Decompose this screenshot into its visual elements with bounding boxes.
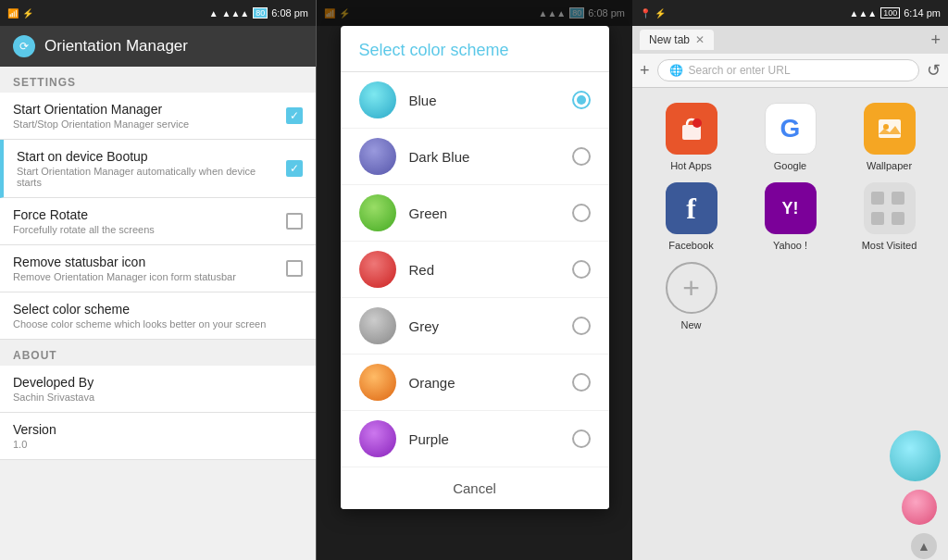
radio-grey[interactable] [572, 317, 591, 335]
signal-bars: ▲▲▲ [222, 8, 250, 19]
url-placeholder: Search or enter URL [689, 64, 791, 77]
status-bar-right-info: ▲ ▲▲▲ 80 6:08 pm [209, 7, 308, 19]
url-bar[interactable]: 🌐 Search or enter URL [657, 59, 919, 81]
battery-3: 100 [880, 7, 900, 19]
browser-new-tab-content: Hot Apps G Google Wallpaper f [632, 88, 948, 532]
globe-icon: 🌐 [669, 64, 683, 77]
browser-bottom-bar: ▲ [632, 532, 948, 560]
color-label-orange: Orange [409, 375, 559, 391]
color-item-grey[interactable]: Grey [341, 298, 609, 355]
browser-toolbar: + 🌐 Search or enter URL ↺ [632, 54, 948, 88]
dialog-overlay: Select color scheme Blue Dark Blue [317, 0, 632, 560]
shortcut-wallpaper[interactable]: Wallpaper [845, 103, 933, 171]
browser-tab-newtab[interactable]: New tab ✕ [640, 30, 714, 50]
radio-orange[interactable] [572, 373, 591, 392]
yahoo-icon: Y! [765, 182, 817, 234]
color-label-green: Green [409, 205, 559, 221]
dialog-title: Select color scheme [341, 26, 609, 72]
about-item-version: Version 1.0 [0, 413, 316, 460]
setting-subtitle-force-rotate: Forcefully rotate all the screens [13, 224, 279, 235]
app-title: Orientation Manager [44, 37, 188, 56]
status-bar-left-icons: 📶 ⚡ [7, 8, 33, 19]
setting-subtitle-color-scheme: Choose color scheme which looks better o… [13, 318, 303, 330]
cancel-button[interactable]: Cancel [341, 467, 609, 509]
shortcut-google[interactable]: G Google [746, 103, 834, 171]
setting-subtitle-bootup: Start Orientation Manager automatically … [17, 166, 279, 188]
color-label-grey: Grey [409, 318, 559, 334]
setting-item-bootup[interactable]: Start on device Bootup Start Orientation… [0, 140, 316, 198]
about-section-label: ABOUT [0, 340, 316, 366]
floating-orb-teal [890, 430, 941, 481]
most-visited-label: Most Visited [862, 240, 917, 251]
panel-color-scheme-dialog: 📶 ⚡ ▲▲▲ 80 6:08 pm Orientation Manager S… [317, 0, 632, 560]
setting-title-bootup: Start on device Bootup [17, 149, 279, 164]
radio-green[interactable] [572, 204, 591, 222]
mv-dot-1 [871, 192, 884, 205]
setting-title-start-manager: Start Orientation Manager [13, 102, 279, 117]
color-circle-green [359, 194, 396, 231]
facebook-label: Facebook [668, 240, 713, 251]
setting-item-color-scheme[interactable]: Select color scheme Choose color scheme … [0, 292, 316, 340]
setting-item-start-manager[interactable]: Start Orientation Manager Start/Stop Ori… [0, 93, 316, 140]
wallpaper-label: Wallpaper [867, 160, 912, 171]
color-item-red[interactable]: Red [341, 242, 609, 298]
mv-dot-4 [892, 212, 904, 225]
radio-red[interactable] [572, 260, 591, 279]
usb-icon: ⚡ [22, 8, 33, 19]
shortcut-hot-apps[interactable]: Hot Apps [647, 103, 735, 171]
add-tab-button[interactable]: + [930, 31, 941, 50]
new-tab-toolbar-button[interactable]: + [640, 61, 650, 81]
google-label: Google [774, 160, 806, 171]
color-item-orange[interactable]: Orange [341, 355, 609, 411]
panel-browser: 📍 ⚡ ▲▲▲ 100 6:14 pm New tab ✕ + + 🌐 Sear… [632, 0, 948, 560]
color-item-purple[interactable]: Purple [341, 411, 609, 467]
color-label-purple: Purple [409, 431, 559, 447]
setting-subtitle-start-manager: Start/Stop Orientation Manager service [13, 118, 279, 130]
checkbox-statusbar[interactable] [286, 260, 303, 277]
about-developer-title: Developed By [13, 375, 303, 390]
svg-rect-2 [879, 119, 901, 138]
color-circle-purple [359, 420, 396, 457]
battery-level: 80 [253, 7, 268, 19]
app-header-icon: ⟳ [13, 35, 35, 57]
hot-apps-icon [666, 103, 717, 155]
checkbox-bootup[interactable] [286, 160, 303, 177]
setting-title-color-scheme: Select color scheme [13, 302, 303, 317]
most-visited-icon [864, 182, 916, 234]
mv-dot-3 [871, 212, 884, 225]
shortcut-most-visited[interactable]: Most Visited [845, 182, 933, 251]
setting-item-force-rotate[interactable]: Force Rotate Forcefully rotate all the s… [0, 198, 316, 245]
setting-subtitle-statusbar: Remove Orientation Manager icon form sta… [13, 271, 279, 282]
about-version-title: Version [13, 422, 303, 437]
color-circle-orange [359, 364, 396, 401]
time-display-1: 6:08 pm [271, 7, 308, 19]
time-display-3: 6:14 pm [904, 7, 941, 19]
usb-icon-3: ⚡ [655, 8, 666, 19]
yahoo-label: Yahoo ! [773, 240, 807, 251]
checkbox-force-rotate[interactable] [286, 213, 303, 230]
radio-blue[interactable] [572, 91, 591, 109]
sim-icon: 📶 [7, 8, 19, 19]
color-circle-blue [359, 81, 396, 118]
google-icon: G [765, 103, 817, 155]
radio-purple[interactable] [572, 429, 591, 448]
setting-item-statusbar-icon[interactable]: Remove statusbar icon Remove Orientation… [0, 245, 316, 292]
color-list: Blue Dark Blue Green [341, 72, 609, 467]
setting-title-statusbar: Remove statusbar icon [13, 255, 279, 269]
shortcut-yahoo[interactable]: Y! Yahoo ! [746, 182, 834, 251]
checkbox-start-manager[interactable] [286, 107, 303, 124]
refresh-button[interactable]: ↺ [927, 60, 941, 81]
scroll-up-icon: ▲ [917, 539, 930, 554]
about-version-value: 1.0 [13, 439, 303, 450]
tab-label: New tab [649, 33, 690, 46]
scroll-up-button[interactable]: ▲ [911, 533, 937, 559]
color-item-blue[interactable]: Blue [341, 72, 609, 129]
tab-close-button[interactable]: ✕ [695, 33, 705, 46]
shortcut-facebook[interactable]: f Facebook [647, 182, 735, 251]
shortcut-new[interactable]: + New [647, 262, 735, 330]
status-bar-3: 📍 ⚡ ▲▲▲ 100 6:14 pm [632, 0, 948, 26]
color-item-green[interactable]: Green [341, 185, 609, 242]
color-item-dark-blue[interactable]: Dark Blue [341, 129, 609, 185]
color-circle-red [359, 251, 396, 288]
radio-dark-blue[interactable] [572, 147, 591, 166]
